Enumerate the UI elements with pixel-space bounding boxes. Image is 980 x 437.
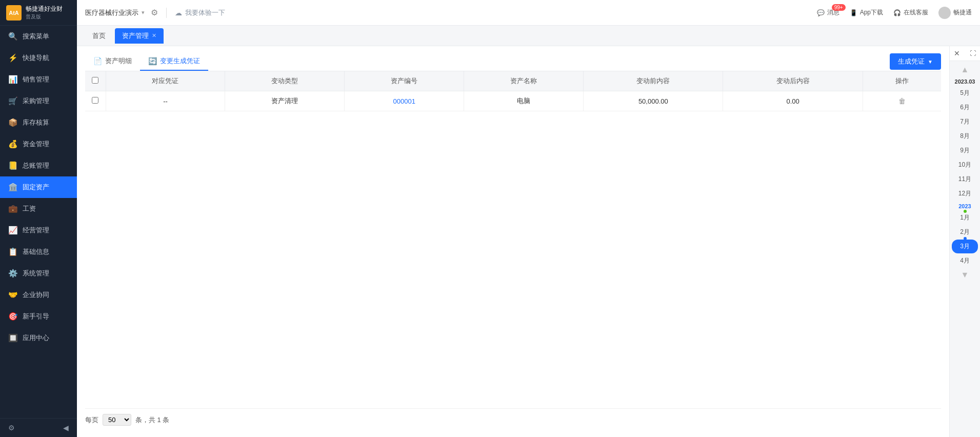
message-btn[interactable]: 💬 消息 99+: [817, 8, 839, 17]
sidebar-item-management[interactable]: 📈 经营管理: [0, 220, 77, 241]
sidebar: AtA 畅捷通好业财 普及版 🔍 搜索菜单 ⚡ 快捷导航 📊 销售管理 🛒 采购…: [0, 0, 77, 437]
th-asset-name: 资产名称: [464, 71, 584, 91]
sidebar-item-system[interactable]: ⚙️ 系统管理: [0, 263, 77, 284]
sidebar-item-collab[interactable]: 🤝 企业协同: [0, 284, 77, 306]
collapse-icon[interactable]: ◀: [63, 424, 69, 432]
calendar-year-label-top: 2023.03: [950, 76, 980, 86]
sub-tab-asset-detail[interactable]: 📄 资产明细: [85, 52, 140, 71]
fixed-assets-icon: 🏛️: [8, 183, 17, 192]
home-label: 首页: [92, 31, 106, 41]
sidebar-label-salary: 工资: [23, 204, 36, 213]
calendar-month-3-current[interactable]: 3月: [952, 240, 978, 253]
per-page-label: 每页: [85, 415, 98, 425]
app-download-label: App下载: [860, 8, 883, 17]
select-all-checkbox[interactable]: [92, 77, 98, 84]
sidebar-item-inventory[interactable]: 📦 库存核算: [0, 112, 77, 133]
generate-voucher-button[interactable]: 生成凭证 ▼: [890, 53, 941, 70]
calendar-month-5[interactable]: 5月: [952, 86, 978, 100]
hint-area[interactable]: ☁ 我要体验一下: [175, 8, 225, 17]
sidebar-label-guide: 新手引导: [23, 312, 49, 321]
app-download-btn[interactable]: 📱 App下载: [850, 8, 883, 17]
calendar-month-9[interactable]: 9月: [952, 144, 978, 157]
calendar-scroll-down[interactable]: ▼: [950, 268, 980, 282]
sidebar-item-app-center[interactable]: 🔲 应用中心: [0, 327, 77, 349]
logo-icon: AtA: [6, 5, 22, 21]
calendar-month-1[interactable]: 1月: [952, 211, 978, 225]
total-label: 条，共 1 条: [135, 415, 169, 425]
sidebar-logo: AtA 畅捷通好业财 普及版: [0, 0, 77, 26]
guide-icon: 🎯: [8, 312, 17, 321]
delete-row-button[interactable]: 🗑: [898, 97, 906, 105]
calendar-month-11[interactable]: 11月: [952, 172, 978, 186]
user-name: 畅捷通: [953, 8, 972, 17]
sidebar-item-quick-nav[interactable]: ⚡ 快捷导航: [0, 47, 77, 69]
asset-detail-label: 资产明细: [105, 56, 132, 66]
right-panel-close-icon[interactable]: ✕: [954, 49, 960, 57]
settings-icon[interactable]: ⚙: [8, 424, 15, 432]
salary-icon: 💼: [8, 204, 17, 213]
sidebar-item-ledger[interactable]: 📒 总账管理: [0, 155, 77, 176]
sub-tabs: 📄 资产明细 🔄 变更生成凭证: [85, 52, 890, 71]
settings-gear-icon[interactable]: ⚙: [151, 8, 158, 17]
nav-tabs: 首页 资产管理 ✕: [77, 26, 980, 46]
row-action: 🗑: [863, 91, 941, 111]
sidebar-label-quick-nav: 快捷导航: [23, 53, 49, 63]
sidebar-item-guide[interactable]: 🎯 新手引导: [0, 306, 77, 327]
topbar: 医疗器械行业演示 ▾ ⚙ ☁ 我要体验一下 💬 消息 99+ 📱 App下载 🎧…: [77, 0, 980, 26]
sidebar-item-search[interactable]: 🔍 搜索菜单: [0, 26, 77, 47]
row-checkbox-cell: [85, 91, 106, 111]
search-icon: 🔍: [8, 32, 17, 41]
row-checkbox[interactable]: [92, 97, 98, 104]
tab-close-icon[interactable]: ✕: [152, 32, 156, 39]
sidebar-label-ledger: 总账管理: [23, 161, 49, 170]
calendar-month-7[interactable]: 7月: [952, 115, 978, 129]
sidebar-item-fund[interactable]: 💰 资金管理: [0, 133, 77, 155]
sidebar-item-sales[interactable]: 📊 销售管理: [0, 69, 77, 90]
change-voucher-label: 变更生成凭证: [160, 56, 200, 66]
system-icon: ⚙️: [8, 269, 17, 278]
row-change-type: 资产清理: [225, 91, 345, 111]
sidebar-item-purchase[interactable]: 🛒 采购管理: [0, 90, 77, 112]
company-selector[interactable]: 医疗器械行业演示 ▾: [85, 8, 145, 17]
calendar-month-4[interactable]: 4月: [952, 254, 978, 268]
sidebar-label-purchase: 采购管理: [23, 96, 49, 106]
sidebar-label-sales: 销售管理: [23, 75, 49, 84]
topbar-divider: [166, 8, 167, 18]
asset-mgmt-label: 资产管理: [122, 31, 149, 41]
quicknav-icon: ⚡: [8, 53, 17, 63]
calendar-month-8[interactable]: 8月: [952, 129, 978, 143]
cloud-icon: ☁: [175, 9, 182, 17]
generate-btn-arrow: ▼: [928, 59, 933, 65]
tab-asset-mgmt[interactable]: 资产管理 ✕: [115, 28, 164, 44]
sidebar-label-management: 经营管理: [23, 226, 49, 235]
user-area[interactable]: 畅捷通: [938, 7, 972, 19]
calendar-month-6[interactable]: 6月: [952, 101, 978, 114]
right-panel-expand-icon[interactable]: ⛶: [970, 50, 976, 57]
logo-text: 畅捷通好业财 普及版: [26, 5, 63, 20]
sidebar-label-fixed-assets: 固定资产: [23, 183, 49, 192]
sidebar-item-salary[interactable]: 💼 工资: [0, 198, 77, 220]
generate-btn-label: 生成凭证: [898, 57, 925, 66]
collab-icon: 🤝: [8, 290, 17, 300]
ledger-icon: 📒: [8, 161, 17, 170]
calendar-month-2[interactable]: 2月: [952, 225, 978, 239]
asset-table: 对应凭证 变动类型 资产编号 资产名称 变动前内容 变动后内容 操作: [85, 71, 941, 111]
right-panel: ✕ ⛶ ▲ 2023.03 5月 6月 7月 8月 9月 10月 11月 12月…: [949, 46, 980, 437]
calendar-month-10[interactable]: 10月: [952, 158, 978, 172]
row-after-change: 0.00: [723, 91, 863, 111]
company-dropdown-icon: ▾: [142, 9, 145, 16]
sidebar-label-collab: 企业协同: [23, 290, 49, 300]
table-footer: 每页 50 10 20 100 条，共 1 条: [85, 408, 941, 431]
per-page-select[interactable]: 50 10 20 100: [103, 414, 131, 426]
sidebar-item-basic-info[interactable]: 📋 基础信息: [0, 241, 77, 263]
th-after-change: 变动后内容: [723, 71, 863, 91]
company-name: 医疗器械行业演示: [85, 8, 138, 17]
calendar-month-12[interactable]: 12月: [952, 187, 978, 201]
tab-home[interactable]: 首页: [85, 28, 113, 44]
table-row: -- 资产清理 000001 电脑 50,000.00 0.00 🗑: [85, 91, 941, 111]
sidebar-item-fixed-assets[interactable]: 🏛️ 固定资产: [0, 176, 77, 198]
user-avatar: [938, 7, 951, 19]
customer-service-btn[interactable]: 🎧 在线客服: [893, 8, 928, 17]
sub-tab-change-voucher[interactable]: 🔄 变更生成凭证: [140, 52, 208, 71]
calendar-scroll-up[interactable]: ▲: [950, 63, 980, 76]
